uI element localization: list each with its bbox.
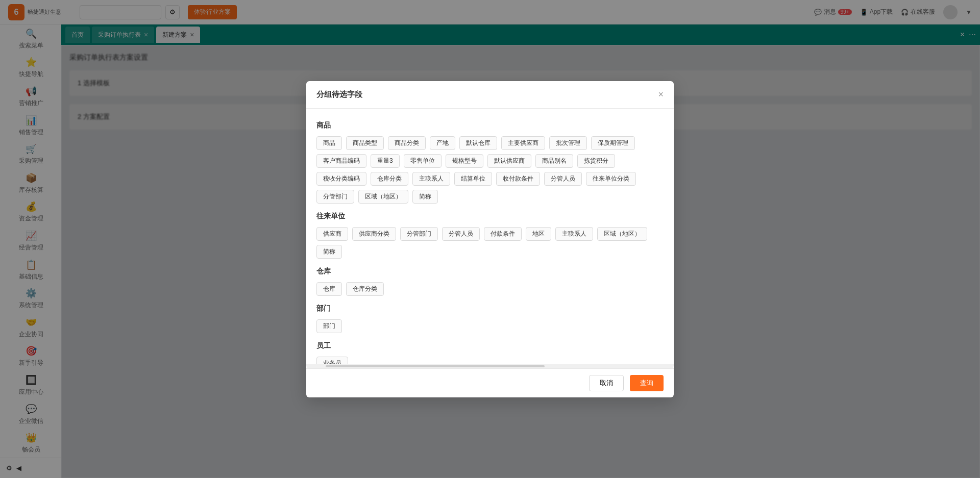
field-tag[interactable]: 分管部门	[400, 227, 438, 241]
field-tag[interactable]: 供应商分类	[352, 227, 396, 241]
field-tag[interactable]: 结算单位	[454, 172, 492, 186]
modal-scrollbar-thumb	[326, 365, 545, 367]
field-tag[interactable]: 规格型号	[446, 154, 483, 168]
field-tag[interactable]: 区域（地区）	[597, 227, 647, 241]
field-tag[interactable]: 主要供应商	[501, 136, 545, 150]
modal-dialog: 分组待选字段 × 商品 商品 商品类型 商品分类 产地 默认仓库 主要供应商 批…	[306, 81, 674, 397]
field-tag[interactable]: 分管人员	[544, 172, 582, 186]
field-tag[interactable]: 往来单位分类	[586, 172, 636, 186]
field-tag[interactable]: 默认供应商	[487, 154, 531, 168]
field-tag[interactable]: 客户商品编码	[316, 154, 366, 168]
field-tag[interactable]: 区域（地区）	[358, 190, 408, 204]
field-tag[interactable]: 供应商	[316, 227, 348, 241]
field-tag[interactable]: 部门	[316, 319, 342, 333]
field-tag[interactable]: 商品	[316, 136, 342, 150]
field-tag[interactable]: 分管部门	[316, 190, 354, 204]
field-tag[interactable]: 收付款条件	[496, 172, 540, 186]
field-tag[interactable]: 拣货积分	[577, 154, 615, 168]
field-tags-warehouse: 仓库 仓库分类	[316, 282, 664, 296]
field-tag[interactable]: 仓库分类	[346, 282, 384, 296]
field-tag[interactable]: 仓库	[316, 282, 342, 296]
field-tag[interactable]: 主联系人	[412, 172, 450, 186]
field-tag[interactable]: 付款条件	[484, 227, 522, 241]
section-title-warehouse: 仓库	[316, 267, 664, 276]
field-tag[interactable]: 默认仓库	[459, 136, 497, 150]
field-tags-partner: 供应商 供应商分类 分管部门 分管人员 付款条件 地区 主联系人 区域（地区） …	[316, 227, 664, 259]
modal-footer: 取消 查询	[306, 368, 674, 397]
field-tag[interactable]: 简称	[316, 245, 342, 259]
field-tag[interactable]: 简称	[412, 190, 438, 204]
modal-body: 商品 商品 商品类型 商品分类 产地 默认仓库 主要供应商 批次管理 保质期管理…	[306, 109, 674, 364]
field-tag[interactable]: 商品类型	[346, 136, 384, 150]
field-tag[interactable]: 商品分类	[388, 136, 426, 150]
section-title-goods: 商品	[316, 121, 664, 130]
field-tag[interactable]: 业务员	[316, 357, 348, 364]
confirm-button[interactable]: 查询	[630, 375, 664, 391]
modal-title: 分组待选字段	[316, 90, 362, 99]
field-tags-dept: 部门	[316, 319, 664, 333]
field-tags-goods: 商品 商品类型 商品分类 产地 默认仓库 主要供应商 批次管理 保质期管理 客户…	[316, 136, 664, 204]
section-title-dept: 部门	[316, 304, 664, 313]
section-title-staff: 员工	[316, 341, 664, 350]
field-tags-staff: 业务员	[316, 357, 664, 364]
modal-header: 分组待选字段 ×	[306, 81, 674, 109]
field-tag[interactable]: 仓库分类	[371, 172, 408, 186]
modal-close-button[interactable]: ×	[658, 89, 664, 100]
field-tag[interactable]: 税收分类编码	[316, 172, 366, 186]
section-title-partner: 往来单位	[316, 212, 664, 221]
field-tag[interactable]: 主联系人	[555, 227, 593, 241]
field-tag[interactable]: 分管人员	[442, 227, 480, 241]
field-tag[interactable]: 零售单位	[404, 154, 442, 168]
field-tag[interactable]: 重量3	[371, 154, 400, 168]
field-tag[interactable]: 商品别名	[535, 154, 573, 168]
field-tag[interactable]: 地区	[526, 227, 551, 241]
cancel-button[interactable]: 取消	[589, 375, 624, 391]
modal-overlay: 分组待选字段 × 商品 商品 商品类型 商品分类 产地 默认仓库 主要供应商 批…	[0, 0, 980, 478]
field-tag[interactable]: 保质期管理	[591, 136, 635, 150]
field-tag[interactable]: 产地	[430, 136, 455, 150]
modal-horizontal-scrollbar[interactable]	[306, 364, 674, 368]
field-tag[interactable]: 批次管理	[549, 136, 587, 150]
